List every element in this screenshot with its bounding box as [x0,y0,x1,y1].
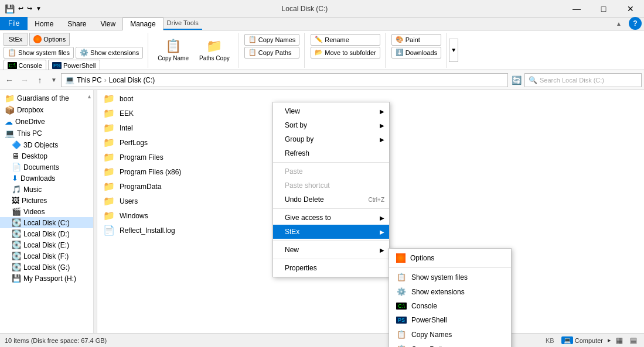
stex-ribbon-btn[interactable]: StEx [4,33,28,46]
stex-submenu: Options 📋 Show system files ⚙️ Show exte… [389,248,512,347]
sidebar-item-desktop[interactable]: 🖥 Desktop [0,150,93,162]
sidebar-item-music[interactable]: 🎵 Music [0,184,93,195]
show-extensions-ribbon-btn[interactable]: ⚙️ Show extensions [76,47,143,59]
downloads-ribbon-btn[interactable]: ⬇️ Downloads [391,47,441,59]
rename-ribbon-btn[interactable]: ✏️ Rename [311,34,380,46]
context-paste-shortcut[interactable]: Paste shortcut [273,178,389,193]
title-bar-title: Local Disk (C:) [46,5,563,13]
stex-show-system-files[interactable]: 📋 Show system files [389,270,511,284]
close-button[interactable]: ✕ [617,0,644,18]
sidebar-item-onedrive[interactable]: ☁ OneDrive [0,116,93,128]
stex-copy-names[interactable]: 📋 Copy Names [389,327,511,342]
context-sort-by[interactable]: Sort by ▶ [273,118,389,132]
context-properties[interactable]: Properties [273,261,389,275]
stex-options[interactable]: Options [389,250,511,266]
sidebar-scrollbar[interactable] [93,90,97,333]
sidebar: 📁 Guardians of the ▲ 📦 Dropbox ☁ OneDriv… [0,90,94,333]
paths-copy-ribbon-btn[interactable]: 📁 Paths Copy [196,37,233,63]
recent-locations-button[interactable]: ▼ [48,73,60,87]
context-menu: View ▶ Sort by ▶ Group by ▶ Refresh Past… [272,102,390,277]
copy-name-ribbon-btn[interactable]: 📋 Copy Name [154,37,192,63]
stex-show-extensions[interactable]: ⚙️ Show extensions [389,284,511,299]
context-paste[interactable]: Paste [273,164,389,178]
ribbon-collapse[interactable]: ▲ [611,17,626,30]
sidebar-item-local-disk-e[interactable]: 💽 Local Disk (E:) [0,239,93,250]
console-ribbon-btn[interactable]: C:\ Console [4,60,46,71]
sidebar-toggle[interactable]: ▸ [608,336,611,344]
sidebar-item-local-disk-f[interactable]: 💽 Local Disk (F:) [0,250,93,262]
tab-drive-tools-label: Drive Tools [163,17,202,30]
search-box[interactable]: 🔍 Search Local Disk (C:) [524,73,642,87]
paint-ribbon-btn[interactable]: 🎨 Paint [391,34,441,46]
tab-home[interactable]: Home [28,18,60,30]
context-give-access[interactable]: Give access to ▶ [273,211,389,225]
tab-manage[interactable]: Manage [122,18,163,30]
move-to-subfolder-ribbon-btn[interactable]: 📂 Move to subfolder [311,47,380,59]
show-system-files-ribbon-btn[interactable]: 📋 Show system files [4,47,74,59]
sidebar-item-documents[interactable]: 📄 Documents [0,162,93,173]
search-icon: 🔍 [529,76,537,84]
copy-names-ribbon-btn[interactable]: 📋 Copy Names [244,34,300,46]
qat-undo[interactable]: ↩ [17,4,25,13]
powershell-ribbon-btn[interactable]: PS PowerShell [48,60,100,71]
context-refresh[interactable]: Refresh [273,146,389,160]
forward-button[interactable]: → [18,73,32,87]
maximize-button[interactable]: □ [590,0,617,18]
stex-powershell[interactable]: PS PowerShell [389,313,511,327]
tab-view[interactable]: View [93,18,122,30]
back-button[interactable]: ← [2,73,16,87]
qat-redo[interactable]: ↪ [26,4,33,13]
options-ribbon-btn[interactable]: Options [29,33,70,46]
context-stex[interactable]: StEx ▶ [273,225,389,239]
refresh-button[interactable]: 🔄 [509,73,523,87]
context-new[interactable]: New ▶ [273,243,389,257]
address-breadcrumb[interactable]: 💻 This PC › Local Disk (C:) [61,73,508,87]
sidebar-item-guardians[interactable]: 📁 Guardians of the ▲ [0,92,93,104]
sidebar-item-local-disk-d[interactable]: 💽 Local Disk (D:) [0,228,93,239]
sidebar-item-this-pc[interactable]: 💻 This PC [0,128,93,139]
sidebar-item-downloads[interactable]: ⬇ Downloads [0,173,93,184]
sidebar-item-local-disk-c[interactable]: 💽 Local Disk (C:) [0,217,93,228]
stex-copy-paths[interactable]: 📋 Copy Paths [389,342,511,347]
search-placeholder: Search Local Disk (C:) [540,77,604,84]
sidebar-item-local-disk-g[interactable]: 💽 Local Disk (G:) [0,262,93,273]
up-button[interactable]: ↑ [33,73,47,87]
view-list-button[interactable]: ▤ [628,335,639,346]
sidebar-item-videos[interactable]: 🎬 Videos [0,206,93,217]
tab-share[interactable]: Share [60,18,93,30]
copy-paths-ribbon-btn[interactable]: 📋 Copy Paths [244,47,300,59]
sidebar-item-3d-objects[interactable]: 🔷 3D Objects [0,139,93,150]
help-button[interactable]: ? [629,17,642,30]
status-computer-label: 💻 Computer [561,336,603,344]
ribbon-overflow[interactable]: ▼ [449,39,458,62]
stex-console[interactable]: C:\ Console [389,299,511,313]
qat-dropdown[interactable]: ▼ [35,4,43,13]
sidebar-item-pictures[interactable]: 🖼 Pictures [0,195,93,206]
minimize-button[interactable]: — [563,0,590,18]
context-group-by[interactable]: Group by ▶ [273,132,389,146]
tab-file[interactable]: File [0,17,28,30]
sidebar-item-my-passport[interactable]: 💾 My Passport (H:) [0,273,93,284]
context-view[interactable]: View ▶ [273,104,389,118]
qat-save[interactable]: 💾 [4,3,16,15]
context-undo-delete[interactable]: Undo Delete Ctrl+Z [273,193,389,207]
status-item-count: 10 items (Disk free space: 67.4 GB) [5,337,107,344]
sidebar-item-dropbox[interactable]: 📦 Dropbox [0,104,93,116]
view-details-button[interactable]: ▦ [614,335,625,346]
